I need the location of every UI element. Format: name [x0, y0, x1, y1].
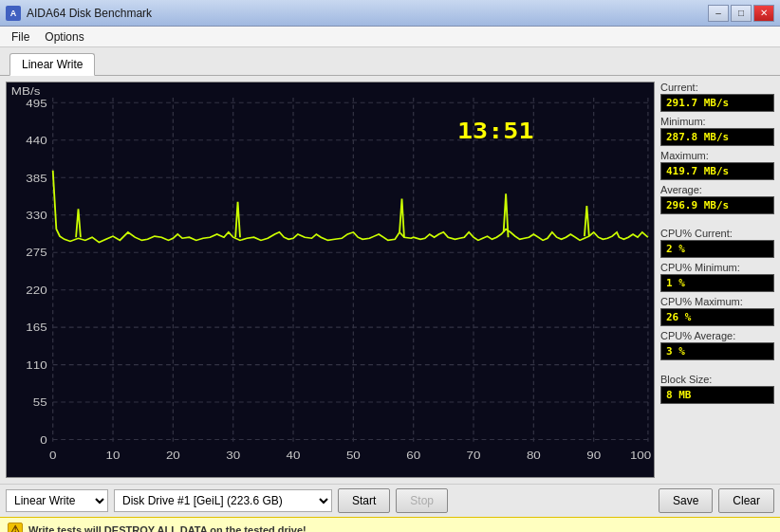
svg-text:40: 40 — [287, 449, 301, 462]
tab-bar: Linear Write — [0, 47, 780, 76]
test-type-select[interactable]: Linear Write Linear Read Random Write Ra… — [6, 489, 108, 512]
block-size-label: Block Size: — [660, 374, 774, 385]
svg-text:220: 220 — [26, 284, 46, 297]
average-value: 296.9 MB/s — [660, 196, 774, 214]
close-button[interactable]: ✕ — [753, 5, 774, 22]
tab-linear-write[interactable]: Linear Write — [9, 53, 95, 76]
bottom-controls: Linear Write Linear Read Random Write Ra… — [0, 484, 780, 517]
menu-file[interactable]: File — [4, 28, 37, 46]
maximum-label: Maximum: — [660, 150, 774, 161]
cpu-maximum-value: 26 % — [660, 308, 774, 326]
cpu-maximum-label: CPU% Maximum: — [660, 296, 774, 307]
svg-text:70: 70 — [467, 449, 481, 462]
maximum-value: 419.7 MB/s — [660, 162, 774, 180]
stat-current: Current: 291.7 MB/s — [660, 82, 774, 112]
cpu-average-label: CPU% Average: — [660, 330, 774, 341]
title-bar-left: A AIDA64 Disk Benchmark — [6, 6, 152, 21]
minimum-value: 287.8 MB/s — [660, 128, 774, 146]
svg-text:10: 10 — [106, 449, 121, 462]
cpu-minimum-label: CPU% Minimum: — [660, 262, 774, 273]
current-value: 291.7 MB/s — [660, 94, 774, 112]
block-size-value: 8 MB — [660, 386, 774, 404]
stat-minimum: Minimum: 287.8 MB/s — [660, 116, 774, 146]
stats-panel: Current: 291.7 MB/s Minimum: 287.8 MB/s … — [660, 82, 774, 478]
svg-text:0: 0 — [40, 434, 46, 447]
minimize-button[interactable]: – — [708, 5, 729, 22]
cpu-current-value: 2 % — [660, 240, 774, 258]
svg-text:80: 80 — [527, 449, 541, 462]
svg-text:30: 30 — [226, 449, 240, 462]
minimum-label: Minimum: — [660, 116, 774, 127]
warning-icon: ⚠ — [8, 523, 23, 533]
svg-text:165: 165 — [26, 321, 46, 334]
stat-cpu-maximum: CPU% Maximum: 26 % — [660, 296, 774, 326]
svg-text:100 %: 100 % — [630, 449, 654, 462]
maximize-button[interactable]: □ — [731, 5, 752, 22]
menu-options[interactable]: Options — [37, 28, 91, 46]
title-bar: A AIDA64 Disk Benchmark – □ ✕ — [0, 0, 780, 27]
chart-area: 495 440 385 330 275 220 165 110 55 0 MB/… — [6, 82, 655, 478]
svg-text:330: 330 — [26, 210, 46, 222]
svg-text:MB/s: MB/s — [11, 85, 40, 98]
window-controls: – □ ✕ — [708, 5, 774, 22]
stat-maximum: Maximum: 419.7 MB/s — [660, 150, 774, 180]
svg-text:275: 275 — [26, 247, 46, 259]
stop-button[interactable]: Stop — [396, 488, 448, 513]
svg-text:13:51: 13:51 — [457, 118, 534, 143]
cpu-current-label: CPU% Current: — [660, 228, 774, 239]
cpu-minimum-value: 1 % — [660, 274, 774, 292]
cpu-average-value: 3 % — [660, 342, 774, 360]
stat-cpu-average: CPU% Average: 3 % — [660, 330, 774, 360]
clear-button[interactable]: Clear — [718, 488, 774, 513]
stat-cpu-minimum: CPU% Minimum: 1 % — [660, 262, 774, 292]
average-label: Average: — [660, 184, 774, 195]
stat-cpu-current: CPU% Current: 2 % — [660, 228, 774, 258]
svg-text:440: 440 — [26, 135, 46, 147]
app-icon: A — [6, 6, 21, 21]
svg-text:495: 495 — [26, 97, 46, 109]
stat-average: Average: 296.9 MB/s — [660, 184, 774, 214]
svg-text:50: 50 — [346, 449, 361, 462]
stat-block-size: Block Size: 8 MB — [660, 374, 774, 404]
main-content: 495 440 385 330 275 220 165 110 55 0 MB/… — [0, 76, 780, 484]
chart-svg: 495 440 385 330 275 220 165 110 55 0 MB/… — [7, 83, 654, 477]
svg-text:90: 90 — [586, 449, 601, 462]
current-label: Current: — [660, 82, 774, 93]
svg-text:0: 0 — [49, 449, 56, 462]
svg-text:385: 385 — [26, 172, 46, 184]
save-button[interactable]: Save — [659, 488, 713, 513]
svg-text:60: 60 — [406, 449, 420, 462]
warning-text: Write tests will DESTROY ALL DATA on the… — [28, 524, 306, 533]
svg-rect-0 — [7, 83, 654, 477]
svg-text:20: 20 — [166, 449, 180, 462]
action-buttons: Save Clear — [659, 488, 774, 513]
drive-select[interactable]: Disk Drive #1 [GeiL] (223.6 GB) — [114, 489, 332, 512]
svg-text:55: 55 — [33, 396, 47, 409]
window-title: AIDA64 Disk Benchmark — [27, 7, 152, 20]
start-button[interactable]: Start — [338, 488, 390, 513]
menu-bar: File Options — [0, 27, 780, 47]
warning-bar: ⚠ Write tests will DESTROY ALL DATA on t… — [0, 517, 780, 532]
svg-text:110: 110 — [26, 359, 46, 372]
